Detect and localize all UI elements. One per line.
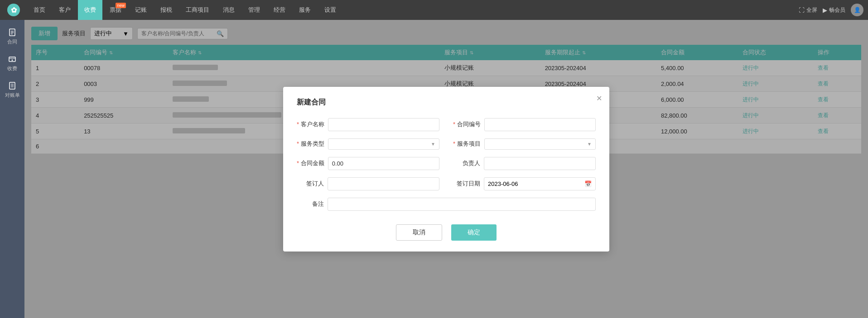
nav-item-business[interactable]: 工商项目 — [179, 0, 216, 20]
date-input-wrap: 📅 — [484, 177, 596, 190]
nav-item-message[interactable]: 消息 — [217, 0, 241, 20]
logo-icon: ✿ — [7, 4, 20, 16]
nav-items: 首页 客户 收费 票据 new 记账 报税 工商项目 消息 管理 经营 服务 设… — [27, 0, 799, 20]
input-responsible[interactable] — [484, 157, 596, 170]
input-sign-date[interactable] — [488, 180, 583, 187]
nav-item-tax[interactable]: 报税 — [154, 0, 178, 20]
sidebar-item-statement[interactable]: 对账单 — [1, 78, 24, 102]
confirm-button[interactable]: 确定 — [451, 224, 497, 241]
nav-item-service[interactable]: 服务 — [293, 0, 317, 20]
input-signer[interactable] — [328, 177, 439, 190]
fee-icon — [8, 55, 17, 64]
form-row-customer-name: 客户名称 — [297, 118, 439, 131]
label-service-type: 服务类型 — [297, 140, 324, 148]
service-item-arrow: ▼ — [587, 142, 592, 147]
form-row-amount: 合同金额 — [297, 157, 439, 170]
sidebar-item-contract[interactable]: 合同 — [1, 24, 24, 49]
label-service-item: 服务项目 — [453, 140, 481, 148]
label-contract-no: 合同编号 — [453, 120, 481, 128]
form-row-signer: 签订人 — [297, 177, 439, 190]
fullscreen-icon: ⛶ — [799, 7, 805, 14]
label-customer-name: 客户名称 — [297, 120, 324, 128]
nav-item-accounting[interactable]: 记账 — [129, 0, 153, 20]
modal-close-button[interactable]: ✕ — [596, 94, 602, 103]
nav-right: ⛶ 全屏 ▶ 畅会员 👤 — [799, 4, 863, 16]
nav-item-ticket[interactable]: 票据 new — [103, 0, 128, 20]
sidebar: 合同 收费 对账单 — [0, 20, 24, 318]
nav-item-customer[interactable]: 客户 — [53, 0, 77, 20]
modal-footer: 取消 确定 — [297, 224, 596, 241]
input-customer-name[interactable] — [328, 118, 439, 131]
label-amount: 合同金额 — [297, 159, 324, 167]
main-layout: 合同 收费 对账单 — [0, 20, 868, 318]
calendar-icon[interactable]: 📅 — [584, 180, 592, 187]
label-responsible: 负责人 — [453, 159, 480, 167]
top-nav: ✿ 首页 客户 收费 票据 new 记账 报税 工商项目 消息 管理 经营 服务… — [0, 0, 868, 20]
modal-title: 新建合同 — [297, 98, 596, 107]
input-amount[interactable] — [328, 157, 439, 170]
new-badge: new — [116, 3, 126, 8]
select-service-item[interactable]: ▼ — [484, 138, 596, 150]
logo: ✿ — [5, 0, 23, 20]
input-notes[interactable] — [328, 198, 596, 211]
member-icon: ▶ — [823, 7, 827, 14]
input-contract-no[interactable] — [484, 118, 596, 131]
label-signer: 签订人 — [297, 180, 324, 188]
label-notes: 备注 — [297, 200, 324, 208]
form-row-responsible: 负责人 — [453, 157, 596, 170]
content-area: 新增 服务项目 进行中 ▼ 🔍 序号 合同编号⇅ 客户名称⇅ 服务项目⇅ 服务期… — [24, 20, 868, 318]
form-row-service-item: 服务项目 ▼ — [453, 138, 596, 150]
contract-icon — [8, 28, 17, 37]
sidebar-item-fee[interactable]: 收费 — [1, 51, 24, 76]
modal: ✕ 新建合同 客户名称 合同编号 服务类型 — [283, 87, 609, 252]
form-row-service-type: 服务类型 ▼ — [297, 138, 439, 150]
form-grid: 客户名称 合同编号 服务类型 ▼ — [297, 118, 596, 211]
nav-item-fee[interactable]: 收费 — [78, 0, 102, 20]
select-service-type[interactable]: ▼ — [328, 138, 439, 150]
fullscreen-btn[interactable]: ⛶ 全屏 — [799, 6, 817, 14]
form-row-notes: 备注 — [297, 198, 596, 211]
service-type-arrow: ▼ — [431, 142, 435, 147]
modal-overlay: ✕ 新建合同 客户名称 合同编号 服务类型 — [24, 20, 868, 318]
form-row-sign-date: 签订日期 📅 — [453, 177, 596, 190]
nav-item-manage[interactable]: 管理 — [242, 0, 266, 20]
nav-item-operation[interactable]: 经营 — [267, 0, 292, 20]
form-row-contract-no: 合同编号 — [453, 118, 596, 131]
nav-item-home[interactable]: 首页 — [27, 0, 52, 20]
statement-icon — [8, 81, 17, 90]
nav-item-settings[interactable]: 设置 — [318, 0, 342, 20]
cancel-button[interactable]: 取消 — [396, 224, 442, 241]
label-sign-date: 签订日期 — [453, 180, 480, 188]
member-btn[interactable]: ▶ 畅会员 — [823, 6, 845, 14]
avatar[interactable]: 👤 — [851, 4, 863, 16]
svg-point-6 — [12, 60, 13, 61]
